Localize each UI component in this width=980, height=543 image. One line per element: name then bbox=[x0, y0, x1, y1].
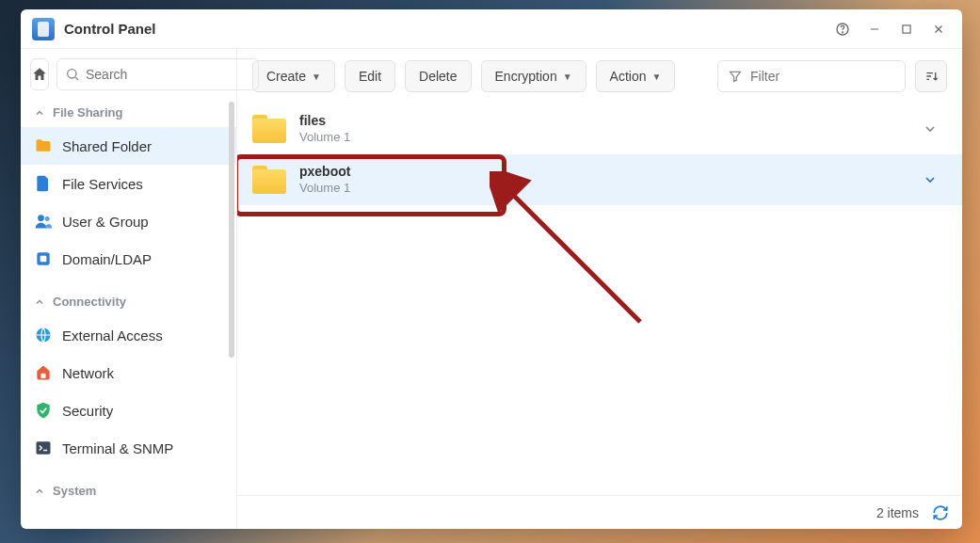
caret-down-icon: ▼ bbox=[312, 72, 321, 82]
section-system[interactable]: System bbox=[21, 476, 236, 505]
caret-down-icon: ▼ bbox=[652, 72, 662, 82]
sidebar-item-network[interactable]: Network bbox=[21, 354, 236, 391]
sidebar-item-security[interactable]: Security bbox=[21, 391, 236, 429]
network-icon bbox=[34, 363, 53, 382]
encryption-button[interactable]: Encryption ▼ bbox=[481, 60, 586, 92]
folder-icon bbox=[252, 115, 286, 143]
sidebar-item-label: Domain/LDAP bbox=[62, 251, 152, 267]
chevron-down-icon[interactable] bbox=[923, 121, 947, 136]
button-label: Delete bbox=[419, 69, 457, 84]
sidebar-item-label: File Services bbox=[62, 176, 143, 192]
sidebar-item-label: Shared Folder bbox=[62, 138, 152, 154]
chevron-down-icon[interactable] bbox=[923, 172, 947, 187]
sidebar-scrollbar[interactable] bbox=[229, 102, 234, 358]
svg-rect-14 bbox=[37, 441, 51, 454]
maximize-button[interactable] bbox=[894, 17, 919, 41]
button-label: Edit bbox=[359, 69, 381, 84]
terminal-icon bbox=[34, 439, 53, 457]
sidebar-item-label: Network bbox=[62, 365, 114, 381]
section-file-sharing[interactable]: File Sharing bbox=[21, 98, 236, 127]
delete-button[interactable]: Delete bbox=[405, 60, 471, 92]
shield-icon bbox=[34, 401, 53, 420]
svg-point-1 bbox=[843, 31, 843, 32]
sidebar-item-label: Terminal & SNMP bbox=[62, 440, 173, 456]
titlebar: Control Panel bbox=[21, 9, 962, 49]
svg-rect-11 bbox=[40, 256, 47, 263]
folder-list: filesVolume 1pxebootVolume 1 bbox=[237, 104, 962, 495]
sidebar-item-external-access[interactable]: External Access bbox=[21, 316, 236, 354]
folder-row[interactable]: filesVolume 1 bbox=[237, 104, 962, 154]
svg-point-9 bbox=[45, 216, 50, 221]
folder-icon bbox=[252, 166, 286, 194]
create-button[interactable]: Create ▼ bbox=[252, 60, 335, 92]
app-icon bbox=[32, 18, 55, 40]
action-button[interactable]: Action ▼ bbox=[596, 60, 676, 92]
sidebar-item-label: External Access bbox=[62, 327, 163, 343]
folder-name: files bbox=[299, 113, 350, 128]
caret-down-icon: ▼ bbox=[563, 72, 572, 82]
svg-line-18 bbox=[508, 190, 640, 322]
section-label: Connectivity bbox=[53, 295, 126, 309]
sidebar-item-user-group[interactable]: User & Group bbox=[21, 202, 236, 240]
button-label: Encryption bbox=[495, 69, 557, 84]
search-input[interactable] bbox=[86, 67, 250, 82]
window-title: Control Panel bbox=[64, 21, 156, 37]
sidebar-item-file-services[interactable]: File Services bbox=[21, 165, 236, 202]
sidebar-item-domain-ldap[interactable]: Domain/LDAP bbox=[21, 240, 236, 278]
sidebar-item-terminal-snmp[interactable]: Terminal & SNMP bbox=[21, 429, 236, 467]
sidebar-item-shared-folder[interactable]: Shared Folder bbox=[21, 127, 236, 165]
home-button[interactable] bbox=[30, 58, 49, 90]
minimize-button[interactable] bbox=[862, 17, 887, 41]
edit-button[interactable]: Edit bbox=[345, 60, 395, 92]
main: Create ▼ Edit Delete Encryption ▼ Action… bbox=[237, 49, 962, 529]
folder-volume: Volume 1 bbox=[299, 181, 350, 195]
users-icon bbox=[34, 212, 53, 231]
filter-input[interactable] bbox=[750, 69, 915, 84]
svg-point-8 bbox=[38, 215, 44, 221]
file-icon bbox=[34, 174, 53, 193]
sidebar-item-label: User & Group bbox=[62, 214, 149, 230]
close-button[interactable] bbox=[926, 17, 951, 41]
chevron-up-icon bbox=[34, 296, 45, 308]
folder-icon bbox=[34, 136, 53, 155]
section-connectivity[interactable]: Connectivity bbox=[21, 287, 236, 316]
help-button[interactable] bbox=[830, 17, 855, 41]
globe-icon bbox=[34, 326, 53, 344]
window: Control Panel bbox=[21, 9, 962, 529]
sidebar-item-label: Security bbox=[62, 403, 113, 419]
search-icon bbox=[65, 67, 80, 82]
folder-name: pxeboot bbox=[299, 164, 350, 179]
filter-input-wrap[interactable] bbox=[717, 60, 906, 92]
sidebar: File Sharing Shared Folder File Services bbox=[21, 49, 237, 529]
svg-rect-3 bbox=[903, 24, 910, 32]
refresh-button[interactable] bbox=[932, 504, 949, 521]
svg-line-7 bbox=[75, 77, 78, 80]
toolbar: Create ▼ Edit Delete Encryption ▼ Action… bbox=[237, 49, 962, 104]
svg-point-6 bbox=[68, 70, 76, 78]
search-input-wrap[interactable] bbox=[56, 58, 259, 90]
chevron-up-icon bbox=[34, 107, 45, 119]
svg-rect-13 bbox=[41, 374, 46, 378]
section-label: System bbox=[53, 484, 96, 498]
section-label: File Sharing bbox=[53, 105, 122, 120]
item-count: 2 items bbox=[876, 505, 919, 520]
domain-icon bbox=[34, 249, 53, 268]
sort-button[interactable] bbox=[915, 60, 947, 92]
chevron-up-icon bbox=[34, 486, 45, 497]
filter-icon bbox=[728, 69, 743, 84]
statusbar: 2 items bbox=[237, 495, 962, 529]
folder-volume: Volume 1 bbox=[299, 130, 350, 144]
folder-row[interactable]: pxebootVolume 1 bbox=[237, 154, 962, 205]
button-label: Action bbox=[610, 69, 647, 84]
button-label: Create bbox=[266, 69, 306, 84]
